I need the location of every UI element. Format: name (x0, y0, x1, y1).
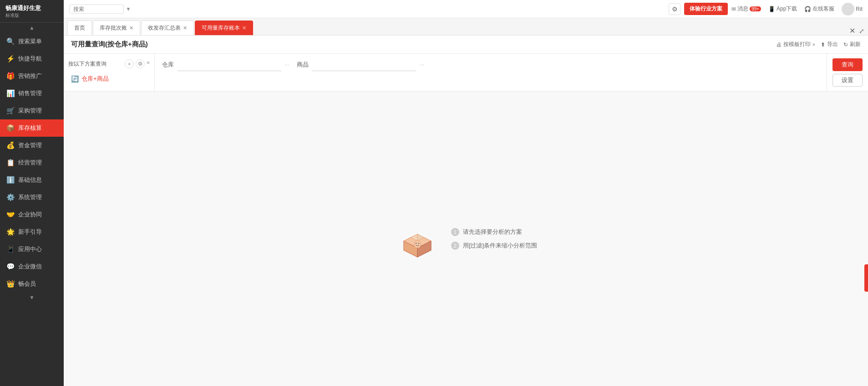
handshake-icon: 🤝 (6, 211, 15, 219)
sidebar-item-marketing[interactable]: 🎁 营销推广 (0, 67, 64, 85)
export-btn[interactable]: ⬆ 导出 (821, 41, 838, 48)
phone-download-icon: 📱 (768, 6, 775, 12)
print-template-btn[interactable]: 🖨 按模板打印 ▾ (776, 41, 815, 48)
product-more-icon[interactable]: ··· (420, 62, 424, 68)
tip-number-1: 1 (451, 228, 459, 236)
topbar-right: ✉ 消息 99+ 📱 App下载 🎧 在线客服 Rit (731, 3, 863, 15)
tab-available-ledger[interactable]: 可用量库存账本 ✕ (195, 21, 253, 35)
sidebar-item-label: 销售管理 (18, 89, 42, 98)
sidebar-item-sales[interactable]: 📊 销售管理 (0, 85, 64, 102)
tab-label: 首页 (74, 24, 85, 32)
refresh-btn[interactable]: ↻ 刷新 (843, 41, 861, 48)
close-tab-btn[interactable]: ✕ (849, 26, 855, 35)
message-label: 消息 (737, 5, 748, 13)
app-name: 畅康通好生意 (5, 5, 58, 12)
dropdown-icon[interactable]: ▼ (126, 6, 131, 12)
sidebar-scroll-up[interactable]: ▲ (0, 23, 64, 33)
sidebar-item-purchase[interactable]: 🛒 采购管理 (0, 102, 64, 119)
online-service-btn[interactable]: 🎧 在线客服 (804, 5, 834, 13)
tab-batch-account[interactable]: 库存批次账 ✕ (93, 21, 140, 35)
settings-scheme-btn[interactable]: ⚙ (136, 59, 145, 68)
sidebar-item-label: 搜索菜单 (18, 37, 42, 46)
query-schemes-panel: 按以下方案查询 ＋ ⚙ « 🔄 仓库+商品 (64, 54, 155, 91)
sidebar-item-operation[interactable]: 📋 经营管理 (0, 154, 64, 171)
sidebar-item-label: 企业微信 (18, 262, 42, 271)
product-label: 商品 (297, 61, 309, 69)
service-icon: 🎧 (804, 6, 811, 12)
app-download-btn[interactable]: 📱 App下载 (768, 5, 797, 13)
sidebar-scroll-down[interactable]: ▼ (0, 293, 64, 303)
refresh-icon: ↻ (843, 41, 848, 48)
scheme-warehouse-product[interactable]: 🔄 仓库+商品 (64, 72, 154, 86)
page-header-actions: 🖨 按模板打印 ▾ ⬆ 导出 ↻ 刷新 (776, 41, 861, 48)
tab-label: 收发存汇总表 (148, 24, 181, 32)
svg-point-5 (414, 241, 421, 248)
empty-state: 1 请先选择要分析的方案 2 用[过滤]条件来缩小分析范围 (64, 92, 868, 386)
sidebar-item-label: 库存核算 (18, 124, 42, 132)
sidebar-item-finance[interactable]: 💰 资金管理 (0, 137, 64, 154)
print-icon: 🖨 (776, 41, 782, 48)
empty-illustration (395, 216, 440, 262)
sidebar-item-label: 经营管理 (18, 159, 42, 167)
avatar (842, 3, 854, 15)
sidebar-item-system[interactable]: ⚙️ 系统管理 (0, 189, 64, 206)
tip-number-2: 2 (451, 242, 459, 250)
settings-icon: ⚙ (672, 5, 678, 13)
add-scheme-btn[interactable]: ＋ (125, 59, 134, 68)
sidebar-item-quick-nav[interactable]: ⚡ 快捷导航 (0, 50, 64, 67)
industry-solution-button[interactable]: 体验行业方案 (684, 3, 728, 15)
warehouse-input[interactable] (178, 58, 281, 71)
collapse-schemes-btn[interactable]: « (147, 59, 150, 68)
page-header: 可用量查询(按仓库+商品) 🖨 按模板打印 ▾ ⬆ 导出 ↻ 刷新 (64, 36, 868, 54)
svg-point-6 (416, 243, 416, 244)
svg-point-7 (418, 243, 419, 244)
warehouse-label: 仓库 (162, 61, 174, 69)
cart-icon: 🛒 (6, 107, 15, 115)
sidebar-item-label: 营销推广 (18, 72, 42, 80)
breadcrumb: ▼ (69, 5, 665, 14)
warehouse-field: 仓库 ··· (162, 58, 289, 71)
online-service-label: 在线客服 (812, 5, 834, 13)
tab-collect-summary[interactable]: 收发存汇总表 ✕ (141, 21, 194, 35)
clipboard-icon: 📋 (6, 159, 15, 167)
gear-settings-btn[interactable]: ⚙ (669, 3, 680, 15)
sidebar-item-basic-info[interactable]: ℹ️ 基础信息 (0, 171, 64, 189)
sidebar-item-app-center[interactable]: 📱 应用中心 (0, 241, 64, 258)
scheme-label: 仓库+商品 (81, 75, 109, 83)
message-badge: 99+ (750, 6, 761, 11)
expand-tab-btn[interactable]: ⤢ (859, 27, 864, 35)
phone-icon: 📱 (6, 245, 15, 253)
sidebar-item-weixin[interactable]: 💬 企业微信 (0, 258, 64, 275)
search-input[interactable] (69, 5, 124, 14)
empty-tip-2: 2 用[过滤]条件来缩小分析范围 (451, 242, 537, 250)
sidebar-item-guide[interactable]: 🌟 新手引导 (0, 223, 64, 241)
app-download-label: App下载 (777, 5, 797, 13)
schemes-label: 按以下方案查询 (68, 60, 107, 68)
flash-icon: ⚡ (6, 55, 15, 63)
warehouse-more-icon[interactable]: ··· (285, 62, 289, 68)
tabs-bar: 首页 库存批次账 ✕ 收发存汇总表 ✕ 可用量库存账本 ✕ ✕ ⤢ (64, 18, 868, 36)
sidebar-item-search[interactable]: 🔍 搜索菜单 (0, 33, 64, 50)
query-fields: 仓库 ··· 商品 ··· (155, 54, 827, 91)
page-title: 可用量查询(按仓库+商品) (71, 40, 148, 49)
sidebar-item-enterprise[interactable]: 🤝 企业协同 (0, 206, 64, 223)
tab-home[interactable]: 首页 (67, 21, 92, 35)
message-btn[interactable]: ✉ 消息 99+ (731, 5, 761, 13)
sidebar-item-label: 资金管理 (18, 141, 42, 149)
user-avatar-btn[interactable]: Rit (842, 3, 863, 15)
tab-close-icon[interactable]: ✕ (183, 25, 187, 31)
query-button[interactable]: 查询 (832, 58, 863, 71)
right-scroll-indicator (864, 264, 868, 292)
sidebar-item-member[interactable]: 👑 畅会员 (0, 275, 64, 293)
settings-button[interactable]: 设置 (832, 74, 863, 87)
search-icon: 🔍 (6, 37, 15, 46)
tab-label: 库存批次账 (100, 24, 127, 32)
message-icon: ✉ (731, 6, 736, 12)
sidebar-item-inventory[interactable]: 📦 库存核算 (0, 119, 64, 137)
tab-close-icon[interactable]: ✕ (129, 25, 133, 31)
product-input[interactable] (312, 58, 416, 71)
tabs-controls: ✕ ⤢ (849, 26, 864, 35)
tab-close-icon[interactable]: ✕ (242, 25, 246, 31)
chat-icon: 💬 (6, 262, 15, 271)
money-icon: 💰 (6, 141, 15, 149)
